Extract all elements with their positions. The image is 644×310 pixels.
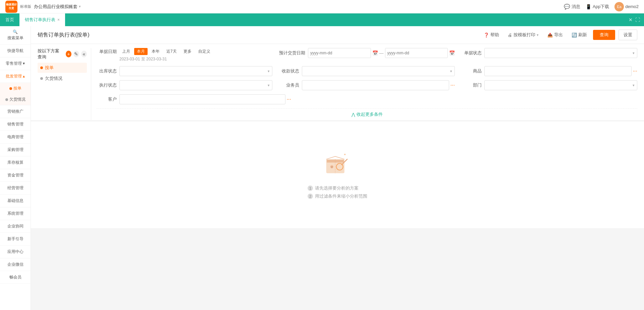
department-select[interactable] bbox=[484, 80, 637, 90]
sidebar-quick-nav[interactable]: 快捷导航 bbox=[0, 45, 31, 57]
delivery-status-select[interactable] bbox=[119, 66, 272, 76]
tab-close-icon[interactable]: × bbox=[57, 17, 60, 22]
app-label: App下载 bbox=[593, 4, 609, 10]
date-tag-lastmonth[interactable]: 上月 bbox=[119, 48, 133, 55]
active-tab-label: 销售订单执行表 bbox=[25, 17, 55, 23]
date-tag-more[interactable]: 更多 bbox=[181, 48, 194, 55]
sidebar-item-collab[interactable]: 企业协同 bbox=[0, 220, 31, 233]
edit-filter-button[interactable]: ✎ bbox=[73, 51, 79, 57]
sidebar-item-operations[interactable]: 经营管理 bbox=[0, 182, 31, 195]
query-button[interactable]: 查询 bbox=[593, 30, 615, 40]
tip-text-2: 用过滤条件来缩小分析范围 bbox=[315, 193, 367, 199]
print-button[interactable]: 🖨 按模板打印 ▾ bbox=[505, 31, 541, 39]
sidebar-item-inventory[interactable]: 库存核算 bbox=[0, 156, 31, 169]
exec-status-item: 执行状态 bbox=[97, 80, 272, 90]
date-tag-7days[interactable]: 近7天 bbox=[164, 48, 179, 55]
sidebar-item-sales[interactable]: 销售管理 bbox=[0, 118, 31, 131]
salesperson-control: ··· bbox=[302, 80, 455, 90]
date-tag-thismonth[interactable]: 本月 bbox=[134, 48, 148, 55]
sidebar-item-ecommerce[interactable]: 电商管理 bbox=[0, 131, 31, 144]
sidebar-item-retail[interactable]: 零售管理 ▾ bbox=[0, 57, 31, 70]
filter-scheme-orders[interactable]: 按单 bbox=[38, 63, 87, 73]
sidebar-search[interactable]: 🔍 搜索菜单 bbox=[0, 26, 31, 45]
customer-more-icon[interactable]: ··· bbox=[287, 97, 291, 102]
export-button[interactable]: 📤 导出 bbox=[545, 31, 566, 39]
sidebar-retail-label: 零售管理 ▾ bbox=[6, 61, 25, 66]
sidebar-sub-item-orders[interactable]: 按单 bbox=[0, 83, 31, 94]
page-header: 销售订单执行表(按单) ❓ 帮助 🖨 按模板打印 ▾ 📤 导出 🔄 刷新 bbox=[31, 26, 644, 44]
calendar-from-icon[interactable]: 📅 bbox=[372, 50, 378, 56]
industry-selector[interactable]: 办公用品行业模拟账套 ▾ bbox=[34, 4, 81, 10]
message-action[interactable]: 💬 消息 bbox=[564, 4, 580, 10]
sidebar-item-wholesale[interactable]: 批发管理 ▴ bbox=[0, 70, 31, 83]
maximize-icon[interactable]: ⛶ bbox=[635, 17, 640, 22]
help-icon: ❓ bbox=[484, 33, 489, 38]
help-button[interactable]: ❓ 帮助 bbox=[481, 31, 502, 39]
empty-illustration: ✦ bbox=[321, 148, 354, 178]
page-actions: ❓ 帮助 🖨 按模板打印 ▾ 📤 导出 🔄 刷新 查询 设置 bbox=[481, 30, 637, 40]
salesperson-input[interactable] bbox=[302, 80, 449, 90]
delivery-status-label: 出库状态 bbox=[97, 68, 117, 74]
status-select[interactable] bbox=[484, 48, 637, 58]
goods-input[interactable] bbox=[484, 66, 632, 76]
filter-area: 按以下方案查询 + ✎ « 按单 bbox=[31, 44, 644, 120]
collapse-more-button[interactable]: ⋀ 收起更多条件 bbox=[97, 111, 637, 117]
sidebar-item-system[interactable]: 系统管理 bbox=[0, 207, 31, 220]
settings-button[interactable]: 设置 bbox=[619, 30, 637, 40]
salesperson-more-icon[interactable]: ··· bbox=[450, 83, 455, 88]
status-select-wrapper bbox=[484, 48, 637, 58]
payment-status-select[interactable] bbox=[302, 66, 455, 76]
customer-control: ··· bbox=[119, 94, 291, 104]
payment-status-label: 收款状态 bbox=[279, 68, 299, 74]
sidebar-item-member[interactable]: 畅会员 bbox=[0, 271, 31, 284]
payment-select-wrapper bbox=[302, 66, 455, 76]
goods-item: 商品 ··· bbox=[462, 66, 637, 76]
goods-control: ··· bbox=[484, 66, 637, 76]
filter-layout: 按以下方案查询 + ✎ « 按单 bbox=[38, 48, 637, 120]
filter-scheme-backorder[interactable]: 欠货情况 bbox=[38, 73, 87, 84]
calendar-to-icon[interactable]: 📅 bbox=[449, 50, 455, 56]
sidebar-sub-item-backorder[interactable]: 欠货情况 bbox=[0, 94, 31, 105]
status-label: 单据状态 bbox=[462, 50, 482, 56]
message-icon: 💬 bbox=[564, 4, 570, 10]
close-window-icon[interactable]: ✕ bbox=[629, 17, 633, 22]
sidebar-item-guide[interactable]: 新手引导 bbox=[0, 233, 31, 246]
collapse-filter-button[interactable]: « bbox=[81, 51, 87, 57]
sidebar-item-marketing[interactable]: 营销推广 bbox=[0, 105, 31, 118]
sidebar-basic-label: 基础信息 bbox=[7, 198, 23, 204]
sidebar-item-apps[interactable]: 应用中心 bbox=[0, 246, 31, 258]
filter-sidebar-title: 按以下方案查询 bbox=[38, 48, 64, 60]
user-action[interactable]: Ea demo2 bbox=[614, 2, 639, 11]
scheme-backorder-label: 欠货情况 bbox=[45, 75, 62, 82]
expected-date-to[interactable] bbox=[385, 48, 448, 58]
expected-date-from[interactable] bbox=[308, 48, 371, 58]
sidebar-item-purchase[interactable]: 采购管理 bbox=[0, 144, 31, 156]
home-tab[interactable]: 首页 bbox=[0, 13, 19, 26]
filter-row-3: 执行状态 业务员 ··· bbox=[97, 80, 637, 90]
salesperson-label: 业务员 bbox=[279, 82, 299, 88]
payment-status-item: 收款状态 bbox=[279, 66, 455, 76]
date-tag-thisyear[interactable]: 本年 bbox=[149, 48, 162, 55]
exec-status-select[interactable] bbox=[119, 80, 272, 90]
edit-icon: ✎ bbox=[74, 51, 78, 57]
message-label: 消息 bbox=[572, 4, 580, 10]
sidebar-purchase-label: 采购管理 bbox=[7, 147, 23, 153]
app-download-action[interactable]: 📱 App下载 bbox=[586, 4, 609, 10]
refresh-button[interactable]: 🔄 刷新 bbox=[569, 31, 590, 39]
sidebar-item-basic[interactable]: 基础信息 bbox=[0, 195, 31, 207]
header-right: 💬 消息 📱 App下载 Ea demo2 bbox=[564, 2, 639, 11]
filter-row-2: 出库状态 收款状态 bbox=[97, 66, 637, 76]
sidebar: 🔍 搜索菜单 快捷导航 零售管理 ▾ 批发管理 ▴ 按单 欠货情况 营销推广 bbox=[0, 26, 31, 310]
active-tab[interactable]: 销售订单执行表 × bbox=[19, 13, 65, 26]
tip-num-1: 1 bbox=[308, 186, 313, 191]
customer-input[interactable] bbox=[119, 94, 285, 104]
expected-date-label: 预计交货日期 bbox=[279, 50, 305, 56]
sidebar-item-wechat[interactable]: 企业微信 bbox=[0, 258, 31, 271]
brand-subtitle: 标准版 bbox=[20, 4, 31, 9]
date-tag-custom[interactable]: 自定义 bbox=[196, 48, 213, 55]
sidebar-item-finance[interactable]: 资金管理 bbox=[0, 169, 31, 182]
add-filter-button[interactable]: + bbox=[66, 51, 71, 57]
goods-more-icon[interactable]: ··· bbox=[633, 68, 637, 74]
status-row: 单据状态 bbox=[462, 48, 637, 58]
expected-date-range: 📅 — 📅 bbox=[308, 48, 455, 58]
